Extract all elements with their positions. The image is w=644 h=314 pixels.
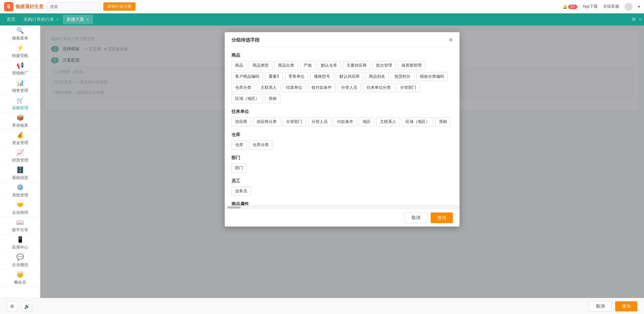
header-right: 🔔99+ App下载 在线客服 ▾ (562, 3, 640, 11)
field-tag-dept-mgmt[interactable]: 分管部门 (396, 83, 420, 92)
avatar[interactable] (625, 3, 633, 11)
experience-btn[interactable]: 体验行业方案 (103, 2, 136, 11)
sidebar-item-appcenter[interactable]: 📱 应用中心 (0, 235, 40, 252)
field-tag-warehouse-category[interactable]: 仓库分类 (231, 83, 255, 92)
operations-icon: 📈 (16, 149, 24, 156)
sidebar-item-inventory[interactable]: 📦 库存核算 (0, 113, 40, 130)
modal-close-btn[interactable]: ✕ (448, 37, 453, 43)
field-tag-picking-points[interactable]: 拣货积分 (391, 72, 414, 81)
field-tag-product-type[interactable]: 商品类型 (249, 61, 272, 70)
section-warehouse-tags: 仓库 仓库分类 (231, 140, 453, 149)
sidebar-label-base: 基础信息 (12, 175, 28, 181)
settings-icon-btn[interactable]: ⚙ (7, 301, 17, 312)
sidebar-item-finance[interactable]: 💰 资金管理 (0, 130, 40, 147)
field-tag-partner-person[interactable]: 分管人员 (308, 117, 331, 126)
online-service-link[interactable]: 在线客服 (603, 4, 619, 9)
field-tag-settlement-unit[interactable]: 结算单位 (282, 83, 306, 92)
sidebar-item-purchase[interactable]: 🛒 采购管理 (0, 95, 40, 113)
appcenter-icon: 📱 (16, 236, 24, 243)
section-partner: 往来单位 供应商 供应商分类 分管部门 分管人员 付款条件 地区 主联系人 区域… (231, 109, 453, 126)
field-tag-product-category[interactable]: 商品分类 (274, 61, 298, 70)
field-tag-batch-mgmt[interactable]: 批次管理 (372, 61, 396, 70)
sidebar-label-search: 搜索菜单 (12, 36, 28, 41)
sidebar-item-vip[interactable]: 👑 畅会员 (0, 269, 40, 287)
sidebar-label-sales: 销售管理 (12, 88, 28, 93)
field-tag-main-contact2[interactable]: 主联系人 (376, 117, 400, 126)
horizontal-scrollbar[interactable] (225, 205, 460, 209)
tab-bar: 首页 采购订单执行表 ✕ 新建方案 ✕ ✕ ≡ (0, 13, 644, 25)
sidebar-label-guide: 新手引导 (12, 227, 28, 233)
section-partner-title: 往来单位 (231, 109, 453, 115)
app-download-link[interactable]: App下载 (583, 4, 598, 9)
tab-purchase-close[interactable]: ✕ (56, 18, 59, 21)
sidebar-item-sales[interactable]: 📊 销售管理 (0, 78, 40, 95)
field-tag-product-alias[interactable]: 商品别名 (365, 72, 389, 81)
sidebar-label-operations: 经营管理 (12, 158, 28, 163)
user-menu-arrow[interactable]: ▾ (638, 4, 640, 9)
field-tag-region-partner[interactable]: 区域（地区） (402, 117, 433, 126)
tab-more[interactable]: ≡ (639, 17, 641, 22)
field-tag-product[interactable]: 商品 (231, 61, 247, 70)
field-tag-supervisor[interactable]: 分管人员 (337, 83, 361, 92)
modal-title: 分组待选字段 (231, 37, 260, 43)
quicknav-icon: ⚡ (16, 44, 24, 52)
field-tag-origin[interactable]: 产地 (300, 61, 315, 70)
sidebar-label-quicknav: 快捷导航 (12, 53, 28, 59)
field-tag-shelf-life[interactable]: 保质期管理 (398, 61, 425, 70)
tab-home[interactable]: 首页 (3, 15, 19, 24)
field-tag-dept[interactable]: 部门 (231, 164, 247, 173)
tab-purchase-order[interactable]: 采购订单执行表 ✕ (19, 15, 63, 24)
sidebar-item-guide[interactable]: 📖 新手引导 (0, 217, 40, 235)
tab-new-plan[interactable]: 新建方案 ✕ (63, 15, 93, 24)
section-dept-title: 部门 (231, 155, 453, 161)
sidebar-item-base[interactable]: 🗄️ 基础信息 (0, 165, 40, 182)
bottom-cancel-button[interactable]: 取消 (589, 301, 612, 312)
bottom-confirm-button[interactable]: 查询 (615, 301, 637, 311)
sidebar-item-wecom[interactable]: 💬 企业微信 (0, 252, 40, 269)
base-icon: 🗄️ (16, 166, 24, 174)
field-tag-main-supplier[interactable]: 主要供应商 (343, 61, 370, 70)
field-tag-tax-code[interactable]: 税收分类编码 (416, 72, 448, 81)
sidebar-item-system[interactable]: ⚙️ 系统管理 (0, 182, 40, 200)
sidebar-item-cooperation[interactable]: 🤝 企业协同 (0, 200, 40, 217)
field-tag-weight3[interactable]: 重量3 (265, 72, 283, 81)
field-tag-warehouse[interactable]: 仓库 (231, 140, 247, 149)
field-tag-salesperson[interactable]: 业务员 (231, 187, 251, 196)
field-tag-retail-unit[interactable]: 零售单位 (285, 72, 308, 81)
field-tag-payment-terms[interactable]: 收付款条件 (308, 83, 335, 92)
audio-icon-btn[interactable]: 🔊 (21, 301, 32, 312)
field-tag-partner-category[interactable]: 往来单位分类 (363, 83, 394, 92)
field-tag-supplier-category[interactable]: 供应商分类 (253, 117, 280, 126)
field-tag-default-supplier[interactable]: 默认供应商 (336, 72, 363, 81)
tab-close-all[interactable]: ✕ (631, 16, 636, 23)
field-tag-main-contact[interactable]: 主联系人 (257, 83, 280, 92)
sidebar-item-search[interactable]: 🔍 搜索菜单 (0, 25, 40, 43)
tab-new-plan-close[interactable]: ✕ (86, 18, 89, 21)
field-tag-region-product[interactable]: 区域（地区） (231, 94, 263, 103)
section-employee-title: 员工 (231, 178, 453, 184)
sidebar-item-operations[interactable]: 📈 经营管理 (0, 147, 40, 165)
sidebar-label-cooperation: 企业协同 (12, 210, 28, 215)
sidebar-item-quicknav[interactable]: ⚡ 快捷导航 (0, 43, 40, 60)
tab-purchase-label: 采购订单执行表 (23, 16, 54, 22)
field-tag-customer-code[interactable]: 客户商品编码 (231, 72, 263, 81)
cancel-button[interactable]: 取消 (405, 212, 427, 223)
field-tag-supplier[interactable]: 供应商 (231, 117, 251, 126)
confirm-button[interactable]: 查询 (431, 212, 453, 223)
header-search-input[interactable] (47, 2, 101, 11)
sidebar-label-inventory: 库存核算 (12, 123, 28, 128)
field-tag-payment-condition[interactable]: 付款条件 (333, 117, 357, 126)
field-tag-abbr-product[interactable]: 简称 (265, 94, 280, 103)
field-tag-partner-dept[interactable]: 分管部门 (282, 117, 306, 126)
purchase-icon: 🛒 (16, 97, 24, 104)
notification-area[interactable]: 🔔99+ (562, 4, 577, 9)
field-tag-abbr-partner[interactable]: 简称 (435, 117, 451, 126)
field-tag-warehouse-class[interactable]: 仓库分类 (249, 140, 272, 149)
modal-overlay: 分组待选字段 ✕ 商品 商品 商品类型 商品分类 产地 默认仓库 主要供应商 批… (40, 25, 644, 314)
scrollbar-thumb-h (227, 206, 241, 208)
field-tag-area[interactable]: 地区 (359, 117, 374, 126)
field-tag-default-warehouse[interactable]: 默认仓库 (317, 61, 341, 70)
sidebar-item-marketing[interactable]: 📢 营销推广 (0, 60, 40, 78)
field-tag-spec-model[interactable]: 规格型号 (310, 72, 334, 81)
section-product-tags: 商品 商品类型 商品分类 产地 默认仓库 主要供应商 批次管理 保质期管理 客户… (231, 61, 453, 103)
